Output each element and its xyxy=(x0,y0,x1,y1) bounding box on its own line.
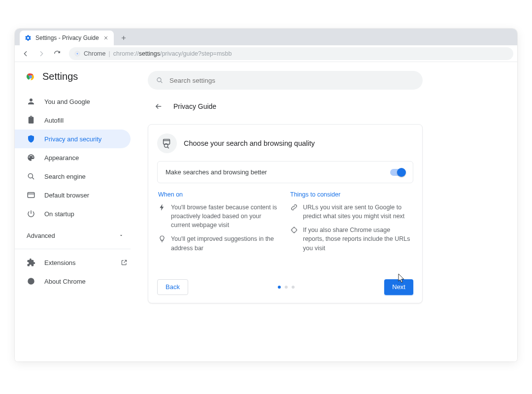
nav-back-button[interactable] xyxy=(19,47,33,61)
toggle-row: Make searches and browsing better xyxy=(157,161,413,183)
browser-tab[interactable]: Settings - Privacy Guide xyxy=(20,31,114,45)
sidebar-item-about-chrome[interactable]: About Chrome xyxy=(15,272,131,291)
search-settings[interactable] xyxy=(148,71,423,90)
sidebar-item-label: Search engine xyxy=(44,173,86,180)
sidebar-item-you-and-google[interactable]: You and Google xyxy=(15,92,131,111)
step-dot xyxy=(285,286,288,289)
browser-toolbar: Chrome | chrome://settings/privacy/guide… xyxy=(15,45,517,62)
bullet-text: You'll browse faster because content is … xyxy=(171,203,280,230)
scope-icon xyxy=(290,226,298,234)
palette-icon xyxy=(27,153,35,162)
sidebar-item-label: Appearance xyxy=(44,154,79,162)
section-title: Privacy Guide xyxy=(173,102,216,110)
settings-gear-icon xyxy=(25,34,32,41)
brand: Settings xyxy=(15,71,137,82)
chrome-logo-icon xyxy=(26,72,35,82)
page-title: Settings xyxy=(42,71,78,82)
extension-icon xyxy=(27,258,35,267)
nav-forward-button[interactable] xyxy=(34,47,48,61)
search-icon xyxy=(156,76,164,84)
sidebar-item-label: Extensions xyxy=(44,259,76,266)
main-panel: Privacy Guide Choose your search and bro… xyxy=(138,62,517,361)
sidebar-item-label: Autofill xyxy=(44,117,64,124)
svg-point-10 xyxy=(157,78,161,82)
sidebar-item-appearance[interactable]: Appearance xyxy=(15,148,131,167)
sidebar-item-default-browser[interactable]: Default browser xyxy=(15,186,131,204)
sidebar-item-label: About Chrome xyxy=(44,278,86,285)
open-in-new-icon xyxy=(121,259,128,266)
toggle-switch[interactable] xyxy=(390,169,405,176)
sidebar-item-label: Default browser xyxy=(44,192,89,199)
reload-button[interactable] xyxy=(50,47,64,61)
column-title: When on xyxy=(158,191,280,198)
address-bar[interactable]: Chrome | chrome://settings/privacy/guide… xyxy=(69,47,513,60)
page-header: Privacy Guide xyxy=(152,99,473,113)
card-illustration xyxy=(157,133,177,153)
sidebar-item-label: On startup xyxy=(44,210,74,218)
search-icon xyxy=(27,172,35,181)
shield-icon xyxy=(27,134,35,143)
tab-strip: Settings - Privacy Guide xyxy=(15,29,517,45)
chrome-mono-icon xyxy=(27,277,35,286)
back-button[interactable]: Back xyxy=(157,279,188,295)
url-host: Chrome xyxy=(84,50,105,57)
search-input[interactable] xyxy=(169,77,415,84)
bullet-text: URLs you visit are sent to Google to pre… xyxy=(303,203,412,221)
step-dot xyxy=(292,286,295,289)
close-icon[interactable] xyxy=(103,35,109,41)
browser-window: Settings - Privacy Guide Chrome | chrome… xyxy=(15,29,517,361)
divider xyxy=(15,249,131,249)
sidebar-item-autofill[interactable]: Autofill xyxy=(15,111,131,130)
sidebar: Settings You and Google Autofill Privacy… xyxy=(15,62,138,361)
next-button[interactable]: Next xyxy=(384,279,413,295)
when-on-column: When on You'll browse faster because con… xyxy=(158,191,280,258)
new-tab-button[interactable] xyxy=(117,31,131,45)
sidebar-item-label: Privacy and security xyxy=(44,135,101,143)
person-icon xyxy=(27,97,35,106)
sidebar-item-on-startup[interactable]: On startup xyxy=(15,204,131,223)
column-title: Things to consider xyxy=(290,191,412,198)
link-icon xyxy=(290,203,298,211)
back-arrow-button[interactable] xyxy=(152,99,166,113)
browser-icon xyxy=(27,191,35,199)
sidebar-item-label: You and Google xyxy=(44,98,90,105)
chrome-icon xyxy=(74,50,81,57)
power-icon xyxy=(27,209,35,218)
clipboard-icon xyxy=(27,116,35,125)
svg-point-7 xyxy=(28,173,33,178)
step-dot xyxy=(278,286,281,289)
step-indicator xyxy=(278,286,295,289)
lightbulb-icon xyxy=(158,235,166,243)
things-to-consider-column: Things to consider URLs you visit are se… xyxy=(290,191,412,258)
sidebar-item-extensions[interactable]: Extensions xyxy=(15,253,131,272)
sidebar-item-search-engine[interactable]: Search engine xyxy=(15,167,131,186)
settings-content: Settings You and Google Autofill Privacy… xyxy=(15,62,517,361)
sidebar-item-label: Advanced xyxy=(27,232,55,239)
privacy-guide-card: Choose your search and browsing quality … xyxy=(148,124,423,303)
bullet-text: You'll get improved suggestions in the a… xyxy=(171,234,280,252)
svg-point-2 xyxy=(76,53,78,55)
svg-point-9 xyxy=(28,278,34,285)
tab-title: Settings - Privacy Guide xyxy=(35,34,99,41)
svg-rect-8 xyxy=(28,193,34,198)
sidebar-item-privacy-security[interactable]: Privacy and security xyxy=(15,130,131,148)
card-heading: Choose your search and browsing quality xyxy=(184,139,315,147)
svg-point-6 xyxy=(30,76,31,77)
bullet-text: If you also share Chrome usage reports, … xyxy=(303,226,412,252)
sidebar-item-advanced[interactable]: Advanced xyxy=(15,226,137,245)
bolt-icon xyxy=(158,203,166,211)
toggle-label: Make searches and browsing better xyxy=(166,168,267,176)
chevron-down-icon xyxy=(119,233,124,238)
svg-point-13 xyxy=(292,228,296,232)
